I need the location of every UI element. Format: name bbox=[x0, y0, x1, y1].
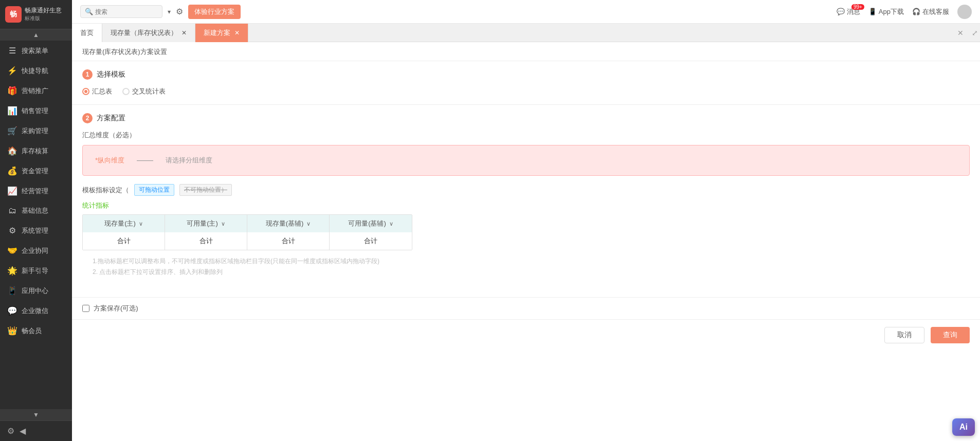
sidebar-item-purchase[interactable]: 🛒 采购管理 bbox=[0, 121, 72, 141]
sidebar-item-system[interactable]: ⚙ 系统管理 bbox=[0, 220, 72, 241]
tab-inventory-label: 现存量（库存状况表） bbox=[111, 28, 177, 38]
tab-new-plan[interactable]: 新建方案 ✕ bbox=[195, 24, 248, 42]
query-button[interactable]: 查询 bbox=[931, 327, 970, 343]
topbar-gear-icon[interactable]: ⚙ bbox=[176, 7, 183, 16]
avatar-image bbox=[957, 5, 972, 19]
indicator-settings-text: 模板指标设定（ bbox=[82, 186, 129, 195]
enterprise-icon: 🤝 bbox=[7, 246, 17, 255]
stats-cell3: 合计 bbox=[247, 232, 330, 250]
stats-section: 统计指标 现存量(主) ∨ 可用量(主) ∨ bbox=[82, 201, 970, 252]
sidebar-item-finance[interactable]: 💰 资金管理 bbox=[0, 161, 72, 181]
radio-summary-dot bbox=[82, 88, 89, 95]
sidebar-item-inventory[interactable]: 🏠 库存核算 bbox=[0, 141, 72, 161]
col4-label: 可用量(基辅) bbox=[348, 219, 386, 228]
stats-table-header-row: 现存量(主) ∨ 可用量(主) ∨ 现存量(基辅) ∨ bbox=[83, 215, 412, 232]
collapse-icon[interactable]: ◀ bbox=[20, 426, 26, 436]
sidebar-item-quicknav[interactable]: ⚡ 快捷导航 bbox=[0, 61, 72, 81]
sidebar-item-marketing[interactable]: 🎁 营销推广 bbox=[0, 81, 72, 101]
online-service-btn[interactable]: 🎧 在线客服 bbox=[912, 7, 949, 16]
sidebar-item-appstore[interactable]: 📱 应用中心 bbox=[0, 281, 72, 301]
step2-title: 方案配置 bbox=[97, 114, 125, 123]
sidebar-item-newbie[interactable]: 🌟 新手引导 bbox=[0, 261, 72, 281]
inventory-icon: 🏠 bbox=[7, 146, 17, 156]
sidebar-item-search[interactable]: ☰ 搜索菜单 bbox=[0, 41, 72, 61]
template-option-summary[interactable]: 汇总表 bbox=[82, 87, 112, 96]
finance-icon: 💰 bbox=[7, 166, 17, 176]
cancel-button[interactable]: 取消 bbox=[884, 327, 924, 343]
col1-chevron-icon[interactable]: ∨ bbox=[139, 220, 143, 227]
col2-label: 可用量(主) bbox=[187, 219, 218, 228]
tab-new-plan-label: 新建方案 bbox=[204, 28, 230, 38]
sidebar-item-label: 企业微信 bbox=[22, 306, 48, 316]
logo-text-block: 畅康通好生意 标准版 bbox=[25, 7, 62, 22]
operations-icon: 📈 bbox=[7, 186, 17, 196]
sidebar-item-label: 快捷导航 bbox=[22, 66, 48, 76]
settings-icon[interactable]: ⚙ bbox=[7, 426, 14, 436]
stats-header-col3[interactable]: 现存量(基辅) ∨ bbox=[247, 215, 330, 232]
sidebar-scroll-down[interactable]: ▼ bbox=[0, 409, 72, 420]
tab-inventory[interactable]: 现存量（库存状况表） ✕ bbox=[102, 24, 195, 42]
system-icon: ⚙ bbox=[7, 226, 17, 235]
col3-chevron-icon[interactable]: ∨ bbox=[306, 220, 311, 227]
template-option-cross[interactable]: 交叉统计表 bbox=[122, 87, 166, 96]
search-menu-icon: ☰ bbox=[7, 46, 17, 56]
search-input[interactable] bbox=[95, 8, 147, 15]
marketing-icon: 🎁 bbox=[7, 86, 17, 96]
stats-table: 现存量(主) ∨ 可用量(主) ∨ 现存量(基辅) ∨ bbox=[82, 214, 412, 250]
sidebar-item-basic-info[interactable]: 🗂 基础信息 bbox=[0, 201, 72, 220]
message-btn[interactable]: 💬 消息 99+ bbox=[837, 7, 860, 16]
search-icon: 🔍 bbox=[85, 8, 93, 15]
content-inner: 现存量(库存状况表)方案设置 1 选择模板 汇总表 交叉统计表 bbox=[72, 42, 980, 441]
window-controls: ✕ ⤢ bbox=[955, 29, 980, 37]
save-label: 方案保存(可选) bbox=[94, 304, 138, 313]
purchase-icon: 🛒 bbox=[7, 126, 17, 136]
expand-window-icon[interactable]: ⤢ bbox=[970, 29, 980, 37]
content-area: 现存量(库存状况表)方案设置 1 选择模板 汇总表 交叉统计表 bbox=[72, 42, 980, 441]
col2-chevron-icon[interactable]: ∨ bbox=[221, 220, 225, 227]
logo-area: 畅 畅康通好生意 标准版 bbox=[0, 0, 72, 29]
tab-home[interactable]: 首页 bbox=[72, 24, 102, 42]
sidebar-item-label: 库存核算 bbox=[22, 146, 48, 156]
app-icon: 📱 bbox=[868, 8, 877, 15]
stats-header-col4[interactable]: 可用量(基辅) ∨ bbox=[330, 215, 412, 232]
sidebar-item-label: 应用中心 bbox=[22, 286, 48, 296]
step1-header: 1 选择模板 bbox=[82, 69, 970, 80]
sales-icon: 📊 bbox=[7, 106, 17, 116]
dimension-placeholder: 请选择分组维度 bbox=[166, 156, 212, 165]
dimension-box[interactable]: *纵向维度 —— 请选择分组维度 bbox=[82, 145, 970, 176]
tab-inventory-close-icon[interactable]: ✕ bbox=[182, 29, 187, 36]
app-name: 畅康通好生意 bbox=[25, 7, 62, 15]
basic-info-icon: 🗂 bbox=[7, 206, 17, 215]
action-bar: 取消 查询 bbox=[72, 319, 980, 351]
tab-new-plan-close-icon[interactable]: ✕ bbox=[234, 29, 240, 36]
sidebar-scroll-up[interactable]: ▲ bbox=[0, 29, 72, 41]
wechat-icon: 💬 bbox=[7, 306, 17, 316]
step2-header: 2 方案配置 bbox=[82, 113, 970, 123]
not-draggable-badge: 不可拖动位置） bbox=[179, 184, 232, 196]
stats-header-col1[interactable]: 现存量(主) ∨ bbox=[83, 215, 165, 232]
ai-button[interactable]: Ai bbox=[952, 418, 975, 436]
sidebar-item-operations[interactable]: 📈 经营管理 bbox=[0, 181, 72, 201]
step1-section: 1 选择模板 汇总表 交叉统计表 bbox=[72, 61, 980, 105]
stats-cell2: 合计 bbox=[165, 232, 247, 250]
col4-chevron-icon[interactable]: ∨ bbox=[389, 220, 393, 227]
topbar-search[interactable]: 🔍 bbox=[80, 5, 162, 18]
sidebar-item-label: 基础信息 bbox=[22, 206, 48, 215]
app-download-btn[interactable]: 📱 App下载 bbox=[868, 7, 904, 16]
stats-cell1: 合计 bbox=[83, 232, 165, 250]
stats-header-col2[interactable]: 可用量(主) ∨ bbox=[165, 215, 247, 232]
message-icon: 💬 bbox=[837, 8, 845, 15]
sidebar-item-member[interactable]: 👑 畅会员 bbox=[0, 321, 72, 341]
stats-table-body-row: 合计 合计 合计 合计 bbox=[83, 232, 412, 250]
industry-btn[interactable]: 体验行业方案 bbox=[188, 5, 241, 19]
user-avatar[interactable] bbox=[957, 5, 972, 19]
sidebar-item-sales[interactable]: 📊 销售管理 bbox=[0, 101, 72, 121]
close-window-icon[interactable]: ✕ bbox=[955, 29, 966, 37]
sidebar-item-label: 系统管理 bbox=[22, 226, 48, 235]
sidebar-item-wechat[interactable]: 💬 企业微信 bbox=[0, 301, 72, 321]
sidebar-items: ☰ 搜索菜单 ⚡ 快捷导航 🎁 营销推广 📊 销售管理 🛒 采购管理 🏠 库存核… bbox=[0, 41, 72, 409]
sidebar-item-enterprise[interactable]: 🤝 企业协同 bbox=[0, 241, 72, 261]
sidebar-item-label: 企业协同 bbox=[22, 246, 48, 255]
dropdown-icon[interactable]: ▾ bbox=[168, 8, 171, 15]
save-checkbox[interactable] bbox=[82, 305, 89, 312]
